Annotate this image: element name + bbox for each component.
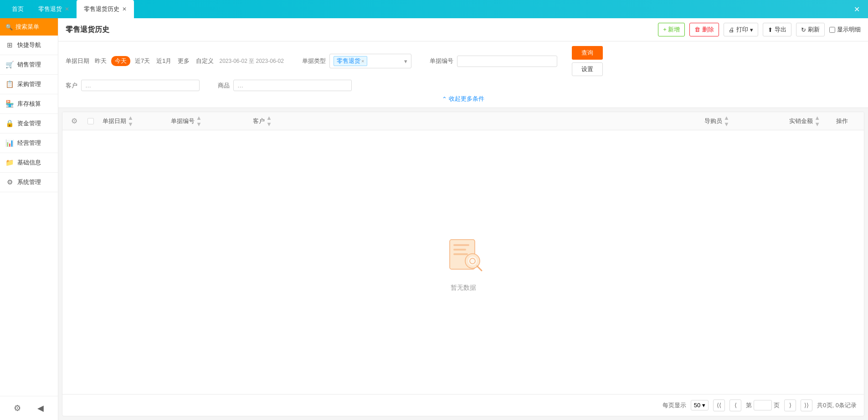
empty-icon — [441, 233, 486, 278]
goods-input[interactable]: … — [233, 80, 352, 91]
print-button[interactable]: 🖨 打印 ▾ — [724, 23, 758, 36]
sidebar-search[interactable]: 🔍 搜索菜单 — [0, 18, 58, 36]
empty-text: 暂无数据 — [451, 284, 476, 292]
tab-home-label: 首页 — [12, 5, 24, 13]
sort-down-guide: ▼ — [724, 121, 729, 127]
tab-retail-return[interactable]: 零售退货 ✕ — [31, 0, 77, 18]
sidebar-item-finance[interactable]: 🔒 资金管理 — [0, 114, 58, 133]
page-number-input[interactable]: 1 — [754, 400, 772, 410]
content-area: 零售退货历史 + 新增 🗑 删除 🖨 打印 ▾ ⬆ 导出 ↻ 刷新 — [58, 18, 868, 420]
th-no-sort[interactable]: ▲ ▼ — [196, 115, 202, 127]
th-guide-label: 导购员 — [704, 117, 722, 125]
page-size-select[interactable]: 50 ▾ — [691, 400, 709, 410]
sidebar-item-basic-info[interactable]: 📁 基础信息 — [0, 153, 58, 173]
date-1month[interactable]: 近1月 — [154, 56, 173, 66]
sidebar-bottom: ⚙ ◀ — [0, 396, 58, 420]
svg-point-5 — [468, 256, 477, 266]
export-icon: ⬆ — [768, 26, 773, 33]
th-date-sort[interactable]: ▲ ▼ — [128, 115, 134, 127]
customer-dots: … — [85, 82, 92, 89]
sidebar-item-inventory-label: 库存核算 — [17, 100, 41, 108]
date-yesterday[interactable]: 昨天 — [93, 56, 108, 66]
th-amount: 实销金额 ▲ ▼ — [769, 115, 824, 127]
collapse-up-icon: ⌃ — [442, 96, 447, 102]
th-amount-sort[interactable]: ▲ ▼ — [814, 115, 820, 127]
date-today[interactable]: 今天 — [111, 56, 130, 66]
purchase-icon: 📋 — [5, 80, 14, 88]
date-7days[interactable]: 近7天 — [133, 56, 152, 66]
sidebar-item-finance-label: 资金管理 — [17, 119, 41, 128]
filter-date: 单据日期 昨天 今天 近7天 近1月 更多 自定义 2023-06-02 至 2… — [66, 56, 284, 66]
page-first-btn[interactable]: ⟨⟨ — [713, 400, 725, 411]
sidebar-item-purchase[interactable]: 📋 采购管理 — [0, 75, 58, 94]
query-button[interactable]: 查询 — [572, 46, 603, 60]
tab-retail-return-history-close[interactable]: ✕ — [122, 6, 127, 12]
sort-up-no: ▲ — [196, 115, 202, 121]
customer-input[interactable]: … — [81, 80, 200, 91]
export-button[interactable]: ⬆ 导出 — [763, 23, 791, 36]
select-all-checkbox[interactable] — [87, 118, 94, 124]
collapse-label: 收起更多条件 — [449, 95, 484, 103]
page-last-btn[interactable]: ⟩⟩ — [801, 400, 812, 411]
date-shortcuts: 昨天 今天 近7天 近1月 更多 自定义 — [93, 56, 216, 66]
page-size-label: 每页显示 — [663, 401, 686, 410]
sidebar-settings-icon[interactable]: ⚙ — [11, 402, 24, 415]
sidebar-item-quicknav-label: 快捷导航 — [17, 41, 41, 49]
customer-label: 客户 — [66, 82, 77, 90]
date-filter-label: 单据日期 — [66, 57, 89, 65]
inventory-icon: 🏪 — [5, 100, 14, 108]
th-guide: 导购员 ▲ ▼ — [701, 115, 769, 127]
bill-type-tag-close[interactable]: × — [361, 58, 364, 64]
delete-button[interactable]: 🗑 删除 — [689, 23, 719, 36]
window-close-icon[interactable]: ✕ — [850, 3, 863, 15]
sidebar-item-inventory[interactable]: 🏪 库存核算 — [0, 94, 58, 114]
filter-row-2: 客户 … 商品 … — [66, 80, 861, 91]
date-range-display: 2023-06-02 至 2023-06-02 — [219, 57, 283, 65]
bill-type-tag-label: 零售退货 — [337, 57, 360, 65]
th-check — [82, 118, 99, 124]
th-guide-sort[interactable]: ▲ ▼ — [724, 115, 729, 127]
tab-retail-return-close[interactable]: ✕ — [65, 6, 69, 12]
sidebar-collapse-icon[interactable]: ◀ — [34, 402, 47, 415]
bill-type-value: 零售退货 × — [334, 56, 402, 66]
th-amount-label: 实销金额 — [789, 117, 813, 125]
th-customer-label: 客户 — [253, 117, 265, 125]
th-customer-sort[interactable]: ▲ ▼ — [266, 115, 272, 127]
date-more[interactable]: 更多 — [176, 56, 191, 66]
bill-no-input[interactable] — [457, 56, 557, 67]
th-op-label: 操作 — [836, 117, 848, 125]
th-no: 单据编号 ▲ ▼ — [167, 115, 249, 127]
operations-icon: 📊 — [5, 139, 14, 147]
refresh-button[interactable]: ↻ 刷新 — [796, 23, 825, 36]
sidebar-item-system[interactable]: ⚙ 系统管理 — [0, 173, 58, 192]
quicknav-icon: ⊞ — [5, 41, 14, 49]
sidebar-item-sales[interactable]: 🛒 销售管理 — [0, 55, 58, 75]
sort-down-amount: ▼ — [814, 121, 820, 127]
system-icon: ⚙ — [5, 178, 14, 186]
print-icon: 🖨 — [729, 26, 734, 33]
print-label: 打印 — [736, 26, 748, 34]
bill-type-dropdown-icon: ▾ — [404, 58, 407, 65]
display-detail-checkbox[interactable] — [829, 27, 835, 33]
collapse-button[interactable]: ⌃ 收起更多条件 — [442, 95, 484, 103]
tab-home[interactable]: 首页 — [5, 0, 31, 18]
setting-button[interactable]: 设置 — [572, 62, 603, 76]
table-area: ⚙ 单据日期 ▲ ▼ 单据编号 ▲ ▼ — [62, 112, 864, 416]
sort-down: ▼ — [128, 121, 134, 127]
page-unit: 页 — [774, 401, 780, 410]
bill-type-tag: 零售退货 × — [334, 56, 367, 66]
page-next-btn[interactable]: ⟩ — [784, 400, 796, 411]
sidebar-item-quicknav[interactable]: ⊞ 快捷导航 — [0, 36, 58, 55]
sidebar-item-operations[interactable]: 📊 经营管理 — [0, 133, 58, 153]
bill-type-select[interactable]: 零售退货 × ▾ — [329, 54, 411, 68]
new-button[interactable]: + 新增 — [658, 23, 685, 36]
date-custom[interactable]: 自定义 — [194, 56, 216, 66]
page-prev-btn[interactable]: ⟨ — [729, 400, 741, 411]
th-customer: 客户 ▲ ▼ — [249, 115, 701, 127]
goods-dots: … — [237, 82, 244, 89]
sort-up-guide: ▲ — [724, 115, 729, 121]
column-settings-icon[interactable]: ⚙ — [71, 117, 77, 125]
page-total-info: 共0页, 0条记录 — [817, 401, 857, 410]
tab-retail-return-history[interactable]: 零售退货历史 ✕ — [77, 0, 134, 18]
svg-rect-1 — [453, 244, 469, 246]
